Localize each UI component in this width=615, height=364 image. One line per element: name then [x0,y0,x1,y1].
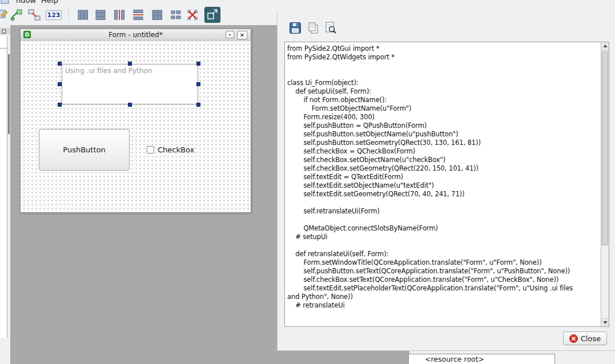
code-line: from PySide2.QtWidgets import * [287,53,599,62]
code-line [287,62,599,70]
find-button[interactable] [323,21,338,35]
lay-out-horizontally-in-splitter-button[interactable] [112,7,127,22]
break-layout-button[interactable] [185,7,200,22]
textedit-widget[interactable]: Using .ui files and Python [62,64,198,104]
selection-handle[interactable] [196,103,200,107]
edit-signals-slots-button[interactable] [9,7,24,22]
resource-root-item[interactable]: <resource root> [409,354,554,364]
lay-out-vertically-icon [94,8,107,22]
form-window-titlebar[interactable]: D Form - untitled* - ✕ [21,29,251,41]
form-window-title: Form - untitled* [21,31,251,39]
checkbox-label: CheckBox [158,145,194,154]
toolbar-separator [69,9,70,22]
menu-item-help[interactable]: Help [41,0,58,5]
code-line: if not Form.objectName(): [287,96,599,104]
scroll-down-arrow[interactable] [601,318,609,326]
selection-handle[interactable] [196,62,200,66]
close-button-icon [569,334,578,343]
code-line [287,70,599,79]
save-button[interactable] [288,21,303,35]
widgetbox-dock-sliver [0,36,7,338]
close-button-label: Close [581,334,601,343]
scroll-thumb[interactable] [602,51,608,245]
copy-icon [307,21,320,35]
dock-float-icon [2,29,6,34]
code-box: from PySide2.QtGui import *from PySide2.… [284,42,609,327]
form-close-button[interactable]: ✕ [237,31,247,39]
menubar: ndow Help [0,0,615,6]
selection-handle[interactable] [128,62,132,66]
form-canvas[interactable]: Using .ui files and Python PushButton Ch… [21,41,251,212]
close-button[interactable]: Close [563,331,607,345]
lay-out-in-a-form-layout-button[interactable] [168,7,183,22]
code-line: Form.resize(400, 300) [287,113,599,122]
lay-out-in-a-form-layout-icon [169,8,183,22]
menu-item-window[interactable]: ndow [16,0,36,5]
break-layout-icon [186,8,199,22]
code-line: self.pushButton = QPushButton(Form) [287,122,599,130]
form-minimize-button[interactable]: - [226,31,234,38]
selection-handle[interactable] [58,82,62,86]
code-line [287,199,599,207]
code-line: and Python", None)) [287,293,599,301]
code-line: self.checkBox.setObjectName(u"checkBox") [287,156,599,164]
selection-handle[interactable] [58,103,62,107]
code-vertical-scrollbar[interactable] [601,42,609,326]
widgetbox-filter-edge[interactable] [0,36,7,48]
app-root: { "menubar": { "items": [ { "label": "nd… [0,0,615,364]
checkbox-widget[interactable]: CheckBox [147,145,194,154]
lay-out-in-a-grid-icon [150,8,164,22]
selection-handle[interactable] [196,82,200,86]
code-line [287,216,599,224]
edit-tab-order-icon: 123 [46,10,62,20]
code-line: self.pushButton.setObjectName(u"pushButt… [287,130,599,139]
code-line: self.textEdit.setPlaceholderText(QCoreAp… [287,284,599,293]
lay-out-vertically-in-splitter-button[interactable] [131,7,146,22]
widgetbox-scrollbar[interactable] [8,54,10,134]
code-line: self.retranslateUi(Form) [287,207,599,216]
edit-buddies-button[interactable] [27,7,42,22]
copy-button[interactable] [306,21,321,35]
code-line: # retranslateUi [287,301,599,310]
code-line: def retranslateUi(self, Form): [287,250,599,258]
code-line: Form.setWindowTitle(QCoreApplication.tra… [287,258,599,267]
form-designer-window: D Form - untitled* - ✕ Using .ui files a… [20,29,251,213]
code-line [287,241,599,250]
lay-out-vertically-in-splitter-icon [131,8,145,22]
resource-browser-panel: <resource root> [408,354,555,364]
lay-out-horizontally-in-splitter-icon [112,8,126,22]
dock-float-button[interactable] [1,28,7,34]
lay-out-horizontally-button[interactable] [75,7,90,22]
adjust-size-icon [206,8,219,22]
code-editor[interactable]: from PySide2.QtGui import *from PySide2.… [286,43,600,326]
edit-widgets-icon [0,8,10,22]
edit-signals-slots-icon [10,8,23,22]
edit-buddies-icon [27,8,41,22]
lay-out-horizontally-icon [76,8,90,22]
code-line: self.textEdit.setObjectName(u"textEdit") [287,181,599,190]
selection-handle[interactable] [128,103,132,107]
lay-out-vertically-button[interactable] [93,7,108,22]
code-line: # setupUi [287,233,599,241]
find-icon [324,21,337,35]
code-preview-dialog: from PySide2.QtGui import *from PySide2.… [277,11,615,351]
selection-handle[interactable] [58,62,62,66]
pushbutton-widget[interactable]: PushButton [39,129,130,171]
lay-out-in-a-grid-button[interactable] [150,7,164,22]
checkbox-indicator[interactable] [147,146,154,153]
code-line: Form.setObjectName(u"Form") [287,104,599,113]
code-line: self.pushButton.setGeometry(QRect(30, 13… [287,139,599,147]
code-line: self.textEdit.setGeometry(QRect(70, 40, … [287,190,599,199]
code-line: self.checkBox.setGeometry(QRect(220, 150… [287,164,599,173]
edit-tab-order-button[interactable]: 123 [45,7,62,22]
designer-form-icon: D [23,31,31,38]
code-line: QMetaObject.connectSlotsByName(Form) [287,224,599,233]
code-line: self.pushButton.setText(QCoreApplication… [287,267,599,276]
code-line: self.checkBox.setText(QCoreApplication.t… [287,276,599,284]
pushbutton-label: PushButton [63,145,105,154]
code-line: def setupUi(self, Form): [287,87,599,96]
scroll-up-arrow[interactable] [601,42,609,50]
code-line: self.checkBox = QCheckBox(Form) [287,147,599,156]
textedit-placeholder: Using .ui files and Python [65,67,152,75]
adjust-size-button[interactable] [204,7,220,23]
